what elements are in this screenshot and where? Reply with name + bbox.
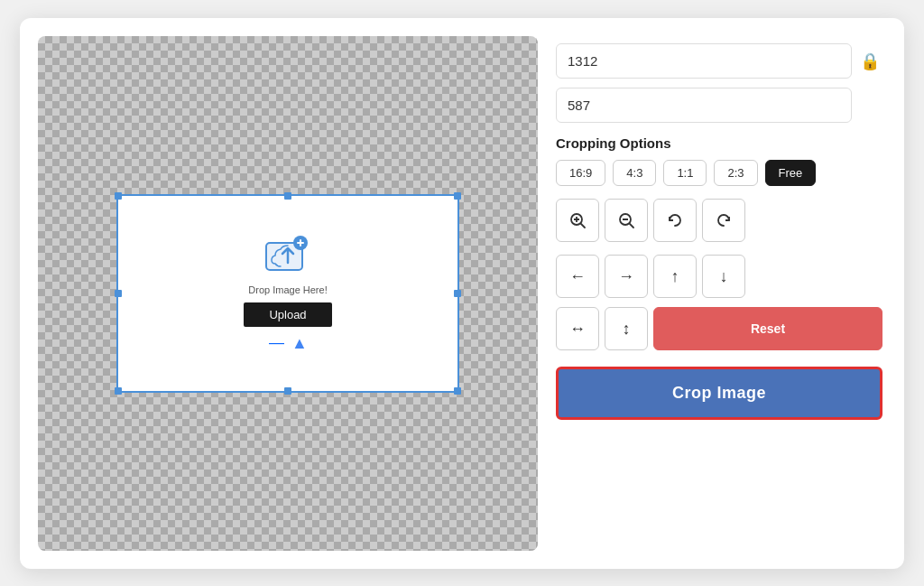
ratio-free[interactable]: Free [765,160,817,186]
ratio-16-9[interactable]: 16:9 [556,160,605,186]
ratio-buttons-group: 16:9 4:3 1:1 2:3 Free [556,160,882,186]
upload-button[interactable]: Upload [244,302,331,327]
main-container: Drop Image Here! Upload ⸻ ▲ 🔒 [20,18,904,569]
width-row: 🔒 [556,43,882,79]
crop-image-button[interactable]: Crop Image [556,367,882,420]
zoom-out-button[interactable] [605,199,648,242]
move-down-button[interactable]: ↓ [702,255,745,298]
handle-bottom-right[interactable] [454,387,461,395]
move-up-button[interactable]: ↑ [653,255,697,298]
move-right-button[interactable]: → [605,255,648,298]
ratio-2-3[interactable]: 2:3 [714,160,757,186]
action-grid-row2: ← → ↑ ↓ [556,255,882,298]
handle-middle-left[interactable] [115,290,122,297]
drop-text: Drop Image Here! [248,284,327,295]
flip-horizontal-button[interactable]: ↔ [556,307,599,350]
handle-top-right[interactable] [454,192,461,200]
google-drive-icon[interactable]: ▲ [291,334,308,353]
cropping-options-label: Cropping Options [556,135,882,151]
lock-icon[interactable]: 🔒 [860,51,880,71]
handle-top-center[interactable] [284,192,291,200]
width-input[interactable] [556,43,852,79]
handle-middle-right[interactable] [454,290,461,297]
dropbox-icon[interactable]: ⸻ [268,334,284,353]
crop-box: Drop Image Here! Upload ⸻ ▲ [116,194,459,393]
checker-background: Drop Image Here! Upload ⸻ ▲ [38,36,538,551]
upload-icon [264,234,311,277]
flip-vertical-button[interactable]: ↕ [605,307,648,350]
zoom-in-button[interactable] [556,199,599,242]
rotate-left-button[interactable] [653,199,697,242]
rotate-right-button[interactable] [702,199,745,242]
action-row3: ↔ ↕ Reset [556,307,882,350]
svg-line-8 [630,224,633,228]
handle-bottom-center[interactable] [284,387,291,395]
height-row [556,88,882,123]
handle-bottom-left[interactable] [115,387,122,395]
canvas-panel: Drop Image Here! Upload ⸻ ▲ [38,36,538,551]
lock-icon-wrap: 🔒 [857,51,882,71]
ratio-1-1[interactable]: 1:1 [663,160,707,186]
move-left-button[interactable]: ← [556,255,599,298]
right-panel: 🔒 Cropping Options 16:9 4:3 1:1 2:3 Free [552,36,886,551]
reset-button[interactable]: Reset [653,307,882,350]
svg-line-5 [581,224,585,228]
handle-top-left[interactable] [115,192,122,200]
height-input[interactable] [556,88,852,123]
crop-box-wrapper: Drop Image Here! Upload ⸻ ▲ [116,194,459,393]
action-grid-row1 [556,199,882,242]
cloud-icons: ⸻ ▲ [268,334,308,353]
ratio-4-3[interactable]: 4:3 [613,160,656,186]
